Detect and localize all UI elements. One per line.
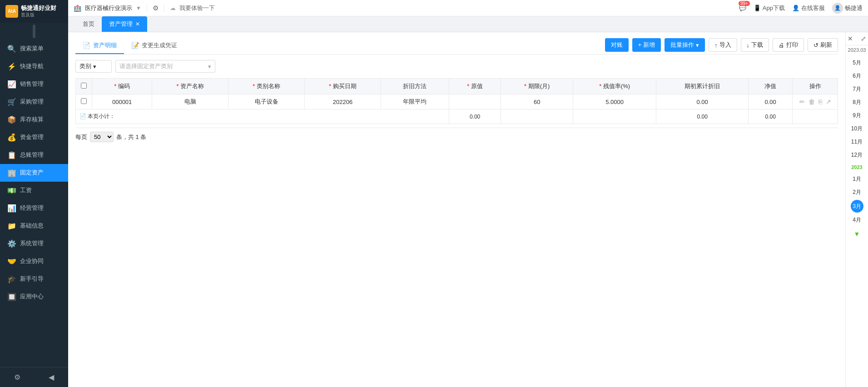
col-depreciation: 折旧方法 [381, 79, 449, 94]
month-4[interactable]: 4月 [846, 213, 868, 227]
right-panel-header: ✕ ⤢ [846, 32, 868, 45]
sidebar-item-purchase[interactable]: 🛒 采购管理 [0, 93, 68, 111]
sidebar-item-quicknav[interactable]: ⚡ 快捷导航 [0, 58, 68, 75]
main-toolbar: 对账 + 新增 批量操作 ▾ ↑ 导入 ↓ 下载 🖨 [605, 38, 838, 54]
voucher-icon: 📝 [131, 42, 139, 49]
new-button[interactable]: + 新增 [632, 38, 661, 52]
collapse-button[interactable]: ◀ [45, 371, 58, 383]
sidebar-nav: 🔍 搜索菜单 ⚡ 快捷导航 📈 销售管理 🛒 采购管理 📦 库存核算 💰 资金管… [0, 40, 68, 367]
service-icon: 👤 [792, 5, 799, 11]
col-net-value: 净值 [749, 79, 793, 94]
sidebar: AtA 畅捷通好业财 普及版 🔍 搜索菜单 ⚡ 快捷导航 📈 销售管理 🛒 采购… [0, 0, 68, 387]
col-period: * 期限(月) [501, 79, 573, 94]
sidebar-item-fixed[interactable]: 🏢 固定资产 [0, 164, 68, 182]
cell-depreciation: 年限平均 [381, 94, 449, 109]
category-select[interactable]: 类别 ▾ [75, 60, 112, 73]
logo-icon: AtA [5, 5, 18, 18]
month-8[interactable]: 8月 [846, 96, 868, 109]
wages-icon: 💵 [7, 186, 16, 195]
sidebar-item-system[interactable]: ⚙️ 系统管理 [0, 235, 68, 253]
operation-icon: 📊 [7, 204, 16, 213]
corp-icon: 🤝 [7, 257, 16, 266]
sidebar-item-basic[interactable]: 📁 基础信息 [0, 217, 68, 235]
month-12[interactable]: 12月 [846, 149, 868, 162]
sidebar-item-label: 销售管理 [20, 80, 44, 88]
capital-icon: 💰 [7, 133, 16, 142]
sidebar-item-search[interactable]: 🔍 搜索菜单 [0, 40, 68, 58]
sidebar-item-label: 固定资产 [20, 169, 44, 177]
sidebar-item-guide[interactable]: 🎓 新手引导 [0, 270, 68, 288]
sub-tab-voucher[interactable]: 📝 变更生成凭证 [124, 38, 184, 54]
expand-panel-icon[interactable]: ⤢ [861, 35, 866, 42]
month-9[interactable]: 9月 [846, 109, 868, 122]
sidebar-item-label: 新手引导 [20, 275, 44, 283]
panel-scroll-down-icon[interactable]: ▼ [854, 230, 860, 238]
delete-icon[interactable]: 🗑 [808, 98, 815, 105]
sidebar-item-inventory[interactable]: 📦 库存核算 [0, 111, 68, 129]
sidebar-item-wages[interactable]: 💵 工资 [0, 182, 68, 199]
download-button[interactable]: ↓ 下载 [741, 38, 769, 52]
copy-icon[interactable]: ⎘ [818, 98, 822, 105]
sidebar-item-ledger[interactable]: 📋 总账管理 [0, 146, 68, 164]
month-5[interactable]: 5月 [846, 56, 868, 69]
col-purchase-date: * 购买日期 [305, 79, 381, 94]
batch-button[interactable]: 批量操作 ▾ [665, 38, 705, 52]
tab-home[interactable]: 首页 [75, 16, 102, 32]
tab-assets[interactable]: 资产管理 ✕ [102, 16, 147, 32]
sidebar-item-apps[interactable]: 🔲 应用中心 [0, 288, 68, 306]
month-6[interactable]: 6月 [846, 69, 868, 83]
sidebar-item-label: 工资 [20, 186, 32, 194]
row-actions: ✏ 🗑 ⎘ ↗ [797, 98, 833, 105]
sidebar-item-label: 总账管理 [20, 151, 44, 159]
close-panel-icon[interactable]: ✕ [848, 35, 853, 42]
month-7[interactable]: 7月 [846, 83, 868, 96]
cell-period: 60 [501, 94, 573, 109]
sidebar-item-label: 基础信息 [20, 222, 44, 230]
message-btn[interactable]: 💬 99+ [739, 5, 746, 11]
import-button[interactable]: ↑ 导入 [709, 38, 737, 52]
assets-table: * 编码 * 资产名称 * 类别名称 * 购买日期 折旧方法 * 原值 * 期限… [75, 78, 838, 124]
row-checkbox[interactable] [76, 94, 92, 109]
sidebar-item-sales[interactable]: 📈 销售管理 [0, 75, 68, 93]
edit-icon[interactable]: ✏ [799, 98, 805, 105]
online-service-btn[interactable]: 👤 在线客服 [792, 4, 825, 12]
purchase-icon: 🛒 [7, 98, 16, 106]
search-icon: 🔍 [7, 45, 16, 53]
subtotal-icon: 📄 [79, 113, 86, 119]
print-button[interactable]: 🖨 打印 [773, 38, 804, 52]
sidebar-item-corp[interactable]: 🤝 企业协同 [0, 253, 68, 270]
gear-icon[interactable]: ⚙ [153, 4, 159, 12]
sidebar-item-operation[interactable]: 📊 经营管理 [0, 199, 68, 217]
per-page-select[interactable]: 50 10 20 100 [90, 132, 114, 142]
settings-button[interactable]: ⚙ [10, 371, 24, 383]
subtotal-row: 📄 本页小计： 0.00 0.00 0.00 [76, 109, 838, 124]
tab-close-icon[interactable]: ✕ [135, 21, 140, 27]
month-1[interactable]: 1月 [846, 173, 868, 186]
select-all-checkbox[interactable] [81, 83, 87, 89]
sidebar-item-label: 库存核算 [20, 115, 44, 124]
month-3-current[interactable]: 3月 [851, 200, 863, 213]
company-name[interactable]: 医疗器械行业演示 [85, 4, 132, 12]
sidebar-item-capital[interactable]: 💰 资金管理 [0, 129, 68, 146]
more-icon[interactable]: ↗ [826, 98, 831, 105]
subtotal-net: 0.00 [749, 109, 793, 124]
refresh-button[interactable]: ↺ 刷新 [808, 38, 838, 52]
month-10[interactable]: 10月 [846, 122, 868, 135]
month-2[interactable]: 2月 [846, 186, 868, 199]
app-download-btn[interactable]: 📱 App下载 [754, 4, 785, 12]
subtotal-label: 本页小计： [88, 113, 115, 119]
experience-btn[interactable]: 我要体验一下 [179, 4, 215, 12]
sub-tab-detail[interactable]: 📄 资产明细 [75, 38, 124, 54]
download-icon: ↓ [747, 42, 750, 49]
sidebar-item-label: 采购管理 [20, 98, 44, 106]
reconcile-button[interactable]: 对账 [605, 38, 629, 52]
sub-tabs: 📄 资产明细 📝 变更生成凭证 对账 + 新增 批量操作 ▾ ↑ [75, 38, 838, 55]
dropdown-icon[interactable]: ▼ [136, 5, 141, 11]
category-dropdown[interactable]: 请选择固定资产类别 ▾ [115, 60, 215, 73]
user-profile-btn[interactable]: 👤 畅捷通 [832, 3, 863, 14]
month-11[interactable]: 11月 [846, 135, 868, 149]
row-select-checkbox[interactable] [81, 98, 87, 104]
sidebar-item-label: 应用中心 [20, 293, 44, 301]
guide-icon: 🎓 [7, 275, 16, 283]
import-icon: ↑ [714, 42, 718, 49]
